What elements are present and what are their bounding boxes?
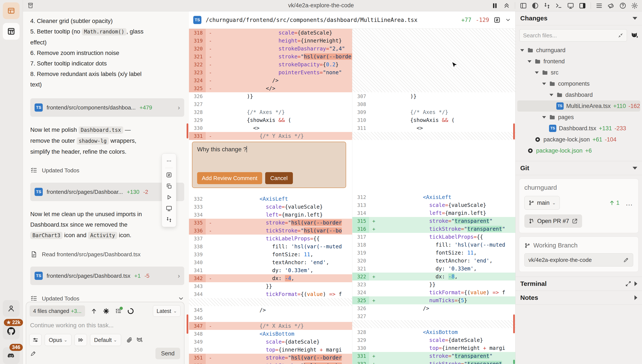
diff-line[interactable]: 347- {/* X Axis */} [189,322,352,330]
add-review-comment-button[interactable]: Add Review Comment [197,172,262,184]
diff-line[interactable]: 323- pointerEvents="none" [189,68,352,76]
message-input[interactable]: Continue working on this task... [30,322,180,329]
help-icon[interactable] [619,2,626,9]
diff-line[interactable]: 313 scale={valueScale} [352,201,515,209]
diff-line[interactable]: 331- {/* Y Axis */} [189,132,352,140]
expand-icon[interactable] [625,280,631,287]
archive-box-icon[interactable] [27,2,34,9]
diff-line[interactable]: 334 left={margin.left} [189,211,352,219]
diff-line[interactable]: 319- height={innerHeight} [189,37,352,45]
diff-line[interactable]: 332 <AxisLeft [189,195,352,203]
diff-line[interactable]: 344 tickFormat={(value) => f [189,290,352,298]
diff-line[interactable]: 314 left={margin.left} [352,209,515,217]
todo-list-icon[interactable] [115,308,122,314]
diff-line[interactable]: 333 scale={valueScale} [189,203,352,211]
cancel-button[interactable]: Cancel [265,172,293,184]
diff-line[interactable]: 326 )} [189,92,352,100]
file-diff-chip[interactable]: TSfrontend/src/pages/Dashboard.tsx+1-5› [30,266,184,285]
branch-dropdown[interactable]: main ⌄ [524,196,560,210]
tree-folder-dashboard[interactable]: dashboard [517,89,640,100]
kanban-view-button[interactable] [3,23,20,40]
git-compare-icon[interactable] [165,214,173,225]
diff-line[interactable]: 324 tickFormat={(value) => f [352,288,515,296]
diff-line[interactable]: 317 tickLabelProps={{ [352,233,515,241]
diff-line[interactable]: 323 }} [352,280,515,288]
mode-dropdown[interactable]: Default⌄ [90,334,121,346]
tree-file-Dashboard.tsx[interactable]: TSDashboard.tsx+131-233 [517,123,640,134]
diff-line[interactable]: 340 textAnchor: 'end', [189,258,352,266]
diff-icon[interactable] [165,169,173,180]
diff-line[interactable]: 322- strokeOpacity={0.2} [189,60,352,68]
copy-icon[interactable] [165,180,173,192]
diff-line[interactable]: 332+ tickStroke="transparent [352,360,515,364]
diff-line[interactable]: 351- stroke="hsl(var(--border [189,354,352,362]
tree-folder-components[interactable]: components [517,78,640,89]
diff-line[interactable]: 339 fontSize: 11, [189,250,352,258]
pause-icon[interactable] [491,2,498,9]
model-dropdown[interactable]: Opus⌄ [45,334,72,346]
tree-file-package-lock.json[interactable]: package-lock.json+61-104 [517,134,640,145]
terminal-section-header[interactable]: Terminal [515,277,642,291]
diff-line[interactable]: 320- strokeDasharray="2,4" [189,45,352,52]
burst-icon[interactable] [103,308,110,314]
diff-line[interactable]: 309 {/* Axes */} [352,108,515,116]
more-actions-button[interactable]: … [625,199,633,207]
play-icon[interactable] [165,192,173,203]
diff-line[interactable]: 311 <> [352,124,515,132]
changes-section-header[interactable]: Changes [515,12,642,25]
cat-icon[interactable] [136,336,143,344]
cat-icon[interactable] [630,31,638,40]
diff-line[interactable]: 315+ stroke="transparent" [352,217,515,225]
diff-line[interactable]: 321 dy: '0.33em', [352,265,515,272]
review-comment-text[interactable]: Why this change ? [197,146,341,153]
read-file-row[interactable]: Read frontend/src/pages/Dashboard.tsx [30,251,184,258]
diff-line[interactable]: 327 [352,312,515,320]
diff-line[interactable]: 352- tickStroke="hsl(var(--bo [189,362,352,364]
diff-line[interactable]: 348 <AxisBottom [189,330,352,338]
diff-line[interactable]: 308 [352,100,515,108]
diff-line[interactable]: 345 /> [189,306,352,314]
send-button[interactable]: Send [156,348,180,359]
diff-line[interactable]: 329 scale={dateScale} [352,336,515,344]
account-button[interactable] [3,300,20,317]
diff-line[interactable]: 327 [189,100,352,108]
diff-line[interactable]: 341 dy: '0.33em', [189,266,352,274]
diff-line[interactable]: 330 top={innerHeight + margi [352,344,515,352]
diff-line[interactable]: 330 <> [189,124,352,132]
diff-line[interactable]: 318 fill: 'hsl(var(--muted [352,241,515,249]
diff-line[interactable]: 336- tickStroke="hsl(var(--bo [189,227,352,234]
terminal-icon[interactable] [555,2,562,9]
diff-line[interactable]: 346 [189,314,352,322]
layout-view-button[interactable] [3,2,20,19]
panel-left-icon[interactable] [520,2,527,9]
updated-todos-row[interactable]: Updated Todos [30,167,184,174]
tree-file-package-lock.json[interactable]: package-lock.json+6 [517,145,640,156]
tree-folder-churnguard[interactable]: churnguard [517,45,640,56]
notes-section-header[interactable]: Notes [515,291,642,305]
tree-folder-src[interactable]: src [517,67,640,78]
diff-line[interactable]: 322+ dx: -8, [352,272,515,280]
diff-line[interactable]: 338 fill: 'hsl(var(--muted [189,242,352,250]
attach-icon[interactable] [126,337,133,343]
panel-right-icon[interactable] [579,2,586,9]
diff-line[interactable]: 320 textAnchor: 'end', [352,257,515,265]
diff-line[interactable]: 328 <AxisBottom [352,328,515,336]
version-dropdown[interactable]: Latest ⌄ [153,305,181,317]
diff-line[interactable]: 343 }} [189,282,352,290]
megaphone-icon[interactable] [607,2,614,9]
pencil-icon[interactable] [623,257,629,263]
diff-line[interactable]: 342- dx: -4, [189,274,352,282]
open-pr-button[interactable]: Open PR #7 [524,214,582,228]
diff-line[interactable]: 329 {showAxis && ( [189,116,352,124]
diff-line[interactable]: 312 <AxisLeft [352,193,515,201]
diff-line[interactable]: 326 /> [352,304,515,312]
diff-line[interactable]: 324- /> [189,76,352,84]
diff-line[interactable]: 350 top={innerHeight + margi [189,346,352,354]
diff-line[interactable]: 337 tickLabelProps={{ [189,234,352,242]
diff-line[interactable]: 325- </> [189,84,352,92]
file-diff-chip[interactable]: TSfrontend/src/pages/Dashboar...+130-2 [30,183,184,201]
diff-line[interactable]: 321- stroke="hsl(var(--border [189,52,352,60]
diff-line[interactable]: 349 scale={dateScale} [189,338,352,346]
diff-line[interactable]: 335- stroke="hsl(var(--border [189,219,352,227]
files-changed-chip[interactable]: 4 files changed +3... [30,306,85,316]
